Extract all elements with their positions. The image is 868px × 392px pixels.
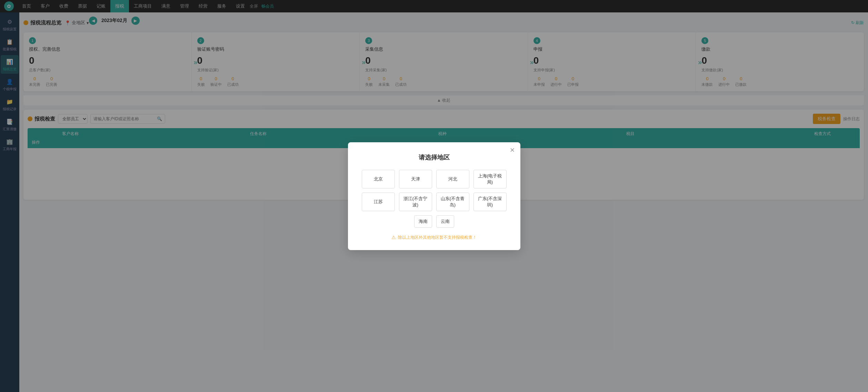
region-btn-天津[interactable]: 天津 — [399, 170, 432, 188]
modal-overlay[interactable]: ✕ 请选择地区 北京天津河北上海(电子税局) 江苏浙江(不含宁波)山东(不含青岛… — [0, 0, 868, 392]
region-btn-河北[interactable]: 河北 — [436, 170, 469, 188]
region-grid-row1: 北京天津河北上海(电子税局) — [362, 170, 507, 188]
modal-warning: ⚠ 除以上地区外其他地区暂不支持报税检查！ — [362, 235, 507, 240]
region-btn-海南[interactable]: 海南 — [414, 215, 432, 228]
region-grid-row3: 海南云南 — [362, 215, 507, 228]
region-btn-上海(电子税局)[interactable]: 上海(电子税局) — [473, 170, 507, 188]
region-btn-云南[interactable]: 云南 — [436, 215, 454, 228]
warning-icon: ⚠ — [391, 235, 396, 240]
region-grid-row2: 江苏浙江(不含宁波)山东(不含青岛)广东(不含深圳) — [362, 193, 507, 211]
region-modal: ✕ 请选择地区 北京天津河北上海(电子税局) 江苏浙江(不含宁波)山东(不含青岛… — [348, 142, 520, 250]
region-btn-浙江(不含宁波)[interactable]: 浙江(不含宁波) — [399, 193, 432, 211]
region-btn-江苏[interactable]: 江苏 — [362, 193, 395, 211]
modal-close-btn[interactable]: ✕ — [510, 147, 515, 153]
modal-title: 请选择地区 — [362, 153, 507, 162]
warning-text: 除以上地区外其他地区暂不支持报税检查！ — [398, 235, 477, 240]
region-btn-北京[interactable]: 北京 — [362, 170, 395, 188]
region-btn-山东(不含青岛)[interactable]: 山东(不含青岛) — [436, 193, 469, 211]
region-btn-广东(不含深圳)[interactable]: 广东(不含深圳) — [473, 193, 507, 211]
